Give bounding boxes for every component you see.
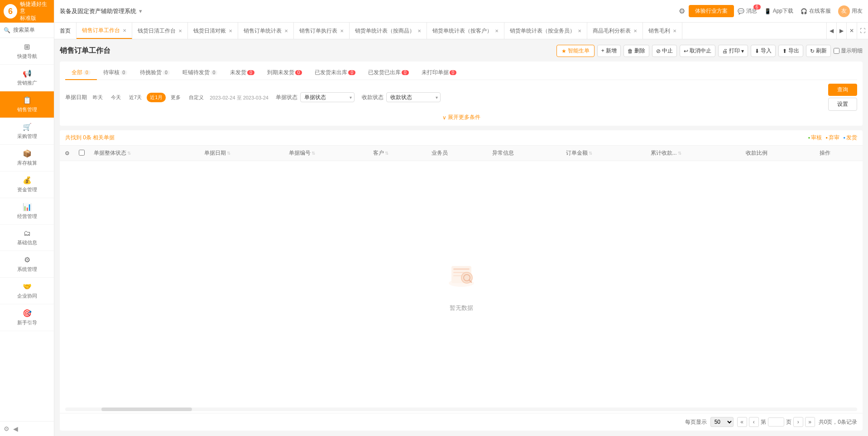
tab-sales-workbench[interactable]: 销售订单工作台 ✕: [77, 23, 132, 39]
page-size-select[interactable]: 10 20 50 100: [710, 417, 734, 427]
app-download-action[interactable]: 📱 App下载: [764, 7, 793, 15]
sidebar-search[interactable]: 🔍 搜索菜单: [0, 23, 54, 38]
scrollbar-area[interactable]: [65, 408, 857, 411]
tab-close-margin[interactable]: ✕: [633, 28, 637, 33]
filter-tab-pending-inspect[interactable]: 待挑验货0: [134, 66, 176, 80]
th-date[interactable]: 单据日期⇅: [200, 146, 284, 161]
date-btn-7days[interactable]: 近7天: [126, 93, 145, 102]
tab-close-sales-exec[interactable]: ✕: [340, 28, 344, 33]
sidebar-item-guide[interactable]: 🎯 新手引导: [0, 304, 54, 331]
date-btn-1month[interactable]: 近1月: [147, 93, 166, 102]
page-last-btn[interactable]: »: [805, 417, 815, 427]
smart-create-button[interactable]: ★ 智能生单: [556, 45, 595, 57]
tab-close-customer[interactable]: ✕: [495, 28, 499, 33]
sidebar-item-basic-info[interactable]: 🗂 基础信息: [0, 225, 54, 251]
date-btn-more[interactable]: 更多: [168, 93, 184, 102]
page-prev-btn[interactable]: ‹: [749, 417, 759, 427]
tab-product-margin[interactable]: 商品毛利分析表 ✕: [587, 23, 643, 39]
sidebar-item-purchase[interactable]: 🛒 采购管理: [0, 118, 54, 145]
tab-scroll-left-btn[interactable]: ◀: [826, 23, 836, 39]
select-all-checkbox[interactable]: [79, 150, 85, 156]
show-details-checkbox[interactable]: [834, 48, 839, 54]
th-collected[interactable]: 累计收款...⇅: [646, 146, 742, 161]
tab-close-staff[interactable]: ✕: [578, 28, 581, 33]
th-number[interactable]: 单据编号⇅: [284, 146, 369, 161]
tab-close-sales-stats[interactable]: ✕: [284, 28, 288, 33]
online-service-action[interactable]: 🎧 在线客服: [801, 7, 831, 15]
filter-tab-overdue[interactable]: 到期未发货0: [261, 66, 309, 80]
tab-close-cash-reconcile[interactable]: ✕: [229, 28, 232, 33]
filter-tab-shipped-not-warehouse[interactable]: 已发货未出库0: [308, 66, 362, 80]
sidebar: 6 畅捷通好生意 标准版 🔍 搜索菜单 ⊞ 快捷导航 📢 营销推广 📋 销售管理…: [0, 0, 54, 436]
add-button[interactable]: + 新增: [597, 45, 621, 57]
sidebar-item-finance[interactable]: 💰 资金管理: [0, 171, 54, 198]
refresh-button[interactable]: ↻ 刷新: [806, 45, 831, 57]
tab-close-product[interactable]: ✕: [417, 28, 421, 33]
tab-scroll-right-btn[interactable]: ▶: [836, 23, 846, 39]
sidebar-item-sales[interactable]: 📋 销售管理: [0, 91, 54, 118]
th-staff[interactable]: 业务员: [427, 146, 488, 161]
filter-tab-pending-review[interactable]: 待审核0: [97, 66, 134, 80]
th-status: 单据整体状态⇅: [89, 146, 200, 161]
sidebar-item-quick-nav[interactable]: ⊞ 快捷导航: [0, 38, 54, 65]
filter-tab-shipped-warehoused[interactable]: 已发货已出库0: [362, 66, 415, 80]
stop-button[interactable]: ⊘ 中止: [652, 45, 677, 57]
tab-sales-exec[interactable]: 销售订单执行表 ✕: [294, 23, 350, 39]
sidebar-item-inventory[interactable]: 📦 库存核算: [0, 145, 54, 171]
filter-tab-not-shipped[interactable]: 未发货0: [224, 66, 261, 80]
page-next-btn[interactable]: ›: [793, 417, 803, 427]
ship-action-btn[interactable]: 发货: [843, 134, 857, 142]
cancel-stop-button[interactable]: ↩ 取消中止: [680, 45, 715, 57]
industry-solution-button[interactable]: 体验行业方案: [689, 5, 734, 17]
th-amount[interactable]: 订单金额⇅: [561, 146, 646, 161]
th-settings[interactable]: ⚙: [60, 146, 74, 161]
user-action[interactable]: 友 用友: [838, 5, 863, 17]
settings-icon[interactable]: ⚙: [679, 7, 685, 15]
tab-sales-summary-product[interactable]: 销货单统计表（按商品） ✕: [350, 23, 427, 39]
scrollbar-thumb[interactable]: [101, 408, 192, 411]
status-select[interactable]: 单据状态: [300, 92, 355, 102]
tab-close-sales-workbench[interactable]: ✕: [123, 28, 126, 33]
filter-tab-not-printed[interactable]: 未打印单据0: [415, 66, 463, 80]
tab-sales-summary-staff[interactable]: 销货单统计表（按业务员） ✕: [504, 23, 587, 39]
filter-settings-button[interactable]: 设置: [828, 98, 857, 111]
date-btn-yesterday[interactable]: 昨天: [90, 93, 106, 102]
tab-sales-stats[interactable]: 销售订单统计表 ✕: [238, 23, 294, 39]
sidebar-item-marketing[interactable]: 📢 营销推广: [0, 65, 54, 91]
tab-sales-summary-customer[interactable]: 销货单统计表（按客户） ✕: [427, 23, 504, 39]
tab-fullscreen-btn[interactable]: ⛶: [857, 23, 868, 39]
tab-sales-more[interactable]: 销售毛利 ✕: [643, 23, 682, 39]
th-customer[interactable]: 客户⇅: [369, 146, 427, 161]
delete-button[interactable]: 🗑 删除: [623, 45, 649, 57]
page-first-btn[interactable]: «: [737, 417, 747, 427]
cancel-review-action-btn[interactable]: 弃审: [825, 134, 839, 142]
message-action[interactable]: 💬 消息 6: [738, 7, 757, 15]
collapse-sidebar-icon[interactable]: ◀: [13, 425, 18, 432]
filter-tab-all[interactable]: 全部0: [65, 66, 97, 80]
review-action-btn[interactable]: 审核: [808, 134, 822, 142]
export-button[interactable]: ⬆ 导出: [778, 45, 803, 57]
tab-close-cash-daily[interactable]: ✕: [178, 28, 182, 33]
filter-tab-wangpu[interactable]: 旺铺待发货0: [176, 66, 224, 80]
date-btn-today[interactable]: 今天: [108, 93, 124, 102]
expand-conditions-button[interactable]: ∨ 展开更多条件: [442, 114, 480, 121]
tab-close-more[interactable]: ✕: [673, 28, 676, 33]
payment-select[interactable]: 收款状态: [386, 92, 441, 102]
tab-cash-reconcile[interactable]: 钱货日清对账 ✕: [188, 23, 238, 39]
dropdown-arrow-icon[interactable]: ▾: [139, 8, 142, 14]
sidebar-item-system[interactable]: ⚙ 系统管理: [0, 251, 54, 278]
th-checkbox[interactable]: [74, 146, 89, 161]
show-details-label[interactable]: 显示明细: [834, 47, 863, 55]
tab-cash-daily[interactable]: 钱货日清工作台 ✕: [132, 23, 188, 39]
import-button[interactable]: ⬇ 导入: [751, 45, 776, 57]
tab-close-all-btn[interactable]: ✕: [846, 23, 857, 39]
tab-home[interactable]: 首页: [54, 23, 77, 39]
print-button[interactable]: 🖨 打印 ▾: [718, 45, 748, 57]
sidebar-item-enterprise[interactable]: 🤝 企业协同: [0, 278, 54, 304]
settings-gear-icon[interactable]: ⚙: [4, 425, 10, 432]
sidebar-item-operations[interactable]: 📊 经营管理: [0, 198, 54, 225]
page-number-input[interactable]: 1: [768, 417, 784, 427]
query-button[interactable]: 查询: [828, 84, 857, 96]
sidebar-bottom: ⚙ ◀: [0, 421, 54, 436]
date-btn-custom[interactable]: 自定义: [186, 93, 207, 102]
